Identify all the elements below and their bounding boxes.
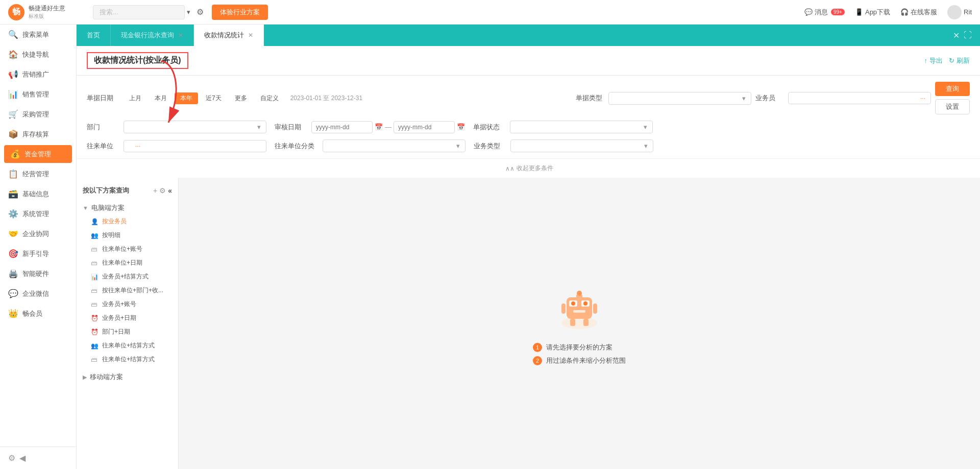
sidebar-item-marketing[interactable]: 📢 营销推广 (0, 64, 76, 84)
empty-tip-1: 1 请先选择要分析的方案 (533, 343, 626, 352)
sidebar-item-system[interactable]: ⚙️ 系统管理 (0, 204, 76, 224)
sidebar-item-sales[interactable]: 📊 销售管理 (0, 84, 76, 104)
review-date-end[interactable] (394, 121, 455, 133)
scheme-item-sales-settle[interactable]: 📊 业务员+结算方式 (77, 270, 178, 284)
sidebar-item-inventory[interactable]: 📦 库存核算 (0, 124, 76, 144)
desktop-scheme-group: ▼ 电脑端方案 👤 按业务员 👥 按明细 🗃 往来单位+账号 (77, 199, 178, 368)
trial-btn[interactable]: 体验行业方案 (212, 5, 268, 20)
message-item[interactable]: 💬 消息 99+ (804, 8, 845, 17)
mobile-group-title[interactable]: ▶ 移动端方案 (77, 370, 178, 384)
scheme-icon-0: 👤 (91, 218, 99, 225)
date-tab-custom[interactable]: 自定义 (255, 92, 284, 104)
inventory-icon: 📦 (8, 129, 18, 139)
tab-collection-stats[interactable]: 收款情况统计 ✕ (194, 25, 264, 46)
scheme-header: 按以下方案查询 + ⚙ « (77, 182, 178, 199)
tab-home[interactable]: 首页 (77, 25, 111, 46)
scheme-panel: 按以下方案查询 + ⚙ « ▼ 电脑端方案 👤 按业务员 (77, 178, 179, 469)
date-tabs: 上月 本月 本年 近7天 更多 自定义 2023-01-01 至 2023-12… (124, 92, 362, 104)
date-tab-7days[interactable]: 近7天 (200, 92, 227, 104)
scheme-collapse-btn[interactable]: « (168, 186, 172, 195)
scheme-icon-7: ⏰ (91, 315, 99, 322)
scheme-settings-btn[interactable]: ⚙ (159, 186, 166, 195)
tab-cash-flow-close[interactable]: ✕ (178, 32, 183, 39)
tab-close-all-icon[interactable]: ✕ (953, 31, 960, 40)
online-service-item[interactable]: 🎧 在线客服 (900, 8, 937, 17)
scheme-item-unit-dept-collect[interactable]: 🗃 按往来单位+部门+收... (77, 284, 178, 297)
sidebar-item-basic[interactable]: 🗃️ 基础信息 (0, 184, 76, 204)
scheme-item-salesperson[interactable]: 👤 按业务员 (77, 215, 178, 228)
header-gear-btn[interactable]: ⚙ (192, 5, 208, 19)
sidebar-item-member[interactable]: 👑 畅会员 (0, 303, 76, 323)
scheme-add-btn[interactable]: + (153, 186, 157, 195)
sidebar-item-collab[interactable]: 🤝 企业协同 (0, 224, 76, 244)
avatar (947, 5, 962, 19)
tab-collection-stats-close[interactable]: ✕ (248, 32, 253, 39)
counterpart-more-btn[interactable]: ··· (135, 143, 140, 150)
guide-icon: 🎯 (8, 249, 18, 259)
svg-rect-6 (573, 310, 585, 313)
sidebar: 🔍 搜索菜单 🏠 快捷导航 📢 营销推广 📊 销售管理 🛒 采购管理 📦 库存核… (0, 25, 77, 469)
sidebar-item-hardware[interactable]: 🖨️ 智能硬件 (0, 264, 76, 284)
scheme-icon-8: ⏰ (91, 329, 99, 336)
svg-point-5 (583, 301, 587, 306)
header-dropdown-btn[interactable]: ▾ (185, 6, 192, 18)
tab-maximize-icon[interactable]: ⛶ (964, 31, 972, 40)
date-range-text: 2023-01-01 至 2023-12-31 (290, 94, 362, 103)
scheme-item-unit-settle-2[interactable]: 🗃 往来单位+结算方式 (77, 353, 178, 366)
download-icon: 📱 (855, 8, 863, 16)
doc-type-row: 单据类型 ▾ 业务员 ··· 查询 设置 (576, 82, 970, 114)
sidebar-item-guide[interactable]: 🎯 新手引导 (0, 244, 76, 264)
scheme-item-sales-account[interactable]: 🗃 业务员+账号 (77, 297, 178, 311)
export-btn[interactable]: ↑ 导出 (924, 56, 943, 65)
biz-type-select[interactable]: ▾ (510, 139, 653, 152)
dept-select[interactable]: ▾ (124, 121, 266, 133)
sidebar-settings-btn[interactable]: ⚙ (8, 453, 15, 463)
doc-status-select[interactable]: ▾ (510, 121, 653, 133)
sidebar-item-purchase[interactable]: 🛒 采购管理 (0, 104, 76, 124)
counterpart-select[interactable]: ··· (124, 140, 266, 152)
ops-icon: 📋 (8, 169, 18, 179)
collapse-bar[interactable]: ∧∧ 收起更多条件 (77, 158, 980, 178)
cal-icon-1[interactable]: 📅 (375, 123, 383, 131)
date-tab-this-month[interactable]: 本月 (149, 92, 173, 104)
query-btn[interactable]: 查询 (935, 82, 970, 96)
scheme-header-actions: + ⚙ « (153, 186, 172, 195)
sidebar-item-operations[interactable]: 📋 经营管理 (0, 164, 76, 184)
header-search-box[interactable]: 搜索... (93, 5, 185, 19)
desktop-group-title[interactable]: ▼ 电脑端方案 (77, 201, 178, 215)
page-content: 收款情况统计(按业务员) ↑ 导出 ↻ 刷新 单据日期 上月 本月 本年 (77, 46, 980, 469)
review-date-start[interactable] (311, 121, 373, 133)
doc-type-label: 单据类型 (576, 93, 604, 103)
date-tab-this-year[interactable]: 本年 (175, 92, 198, 104)
date-tab-last-month[interactable]: 上月 (124, 92, 147, 104)
sidebar-item-finance[interactable]: 💰 资金管理 (4, 145, 72, 163)
sidebar-item-search[interactable]: 🔍 搜索菜单 (0, 25, 76, 44)
scheme-item-dept-date[interactable]: ⏰ 部门+日期 (77, 325, 178, 339)
sidebar-item-weixin[interactable]: 💬 企业微信 (0, 284, 76, 303)
date-tab-more[interactable]: 更多 (229, 92, 253, 104)
user-avatar-area[interactable]: Rit (947, 5, 972, 19)
salesperson-select[interactable]: ··· (788, 92, 931, 104)
scheme-item-unit-settle-1[interactable]: 👥 往来单位+结算方式 (77, 339, 178, 353)
settings-btn[interactable]: 设置 (935, 99, 970, 114)
empty-illustration (554, 282, 605, 335)
date-label: 单据日期 (87, 93, 115, 103)
app-download-item[interactable]: 📱 App下载 (855, 8, 890, 17)
scheme-item-sales-date[interactable]: ⏰ 业务员+日期 (77, 311, 178, 325)
scheme-item-unit-date[interactable]: 🗃 往来单位+日期 (77, 256, 178, 270)
weixin-icon: 💬 (8, 289, 18, 298)
svg-rect-11 (570, 319, 575, 326)
sidebar-item-shortcut[interactable]: 🏠 快捷导航 (0, 44, 76, 64)
salesperson-more[interactable]: ··· (920, 95, 925, 102)
sidebar-collapse-btn[interactable]: ◀ (19, 453, 26, 463)
scheme-item-unit-account[interactable]: 🗃 往来单位+账号 (77, 242, 178, 256)
dept-arrow: ▾ (257, 123, 261, 131)
collapse-icon: ∧∧ (505, 165, 514, 172)
query-btns: 查询 设置 (935, 82, 970, 114)
doc-type-select[interactable]: ▾ (608, 92, 751, 105)
cal-icon-2[interactable]: 📅 (457, 123, 465, 131)
refresh-btn[interactable]: ↻ 刷新 (949, 56, 970, 65)
counterpart-cat-select[interactable]: ▾ (323, 139, 465, 152)
tab-cash-flow[interactable]: 现金银行流水查询 ✕ (111, 25, 194, 46)
scheme-item-detail[interactable]: 👥 按明细 (77, 228, 178, 242)
